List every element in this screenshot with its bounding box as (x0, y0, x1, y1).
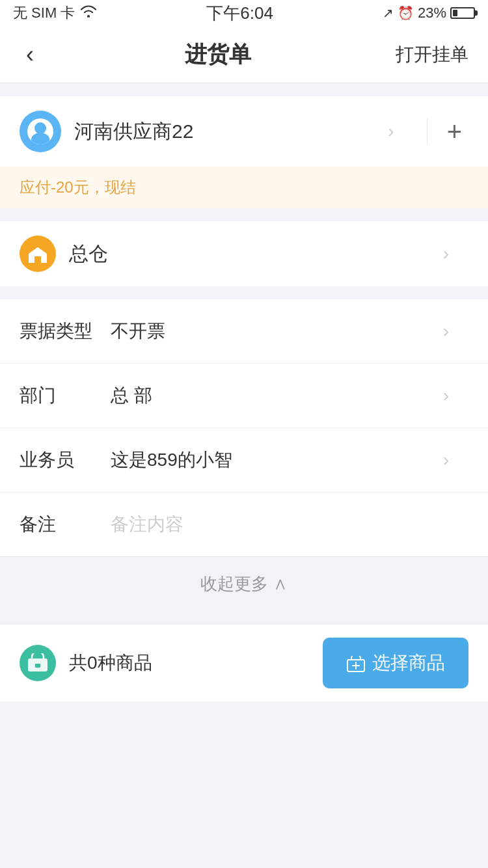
gap-4 (0, 611, 488, 624)
supplier-divider (427, 118, 427, 144)
invoice-type-value: 不开票 (111, 319, 443, 344)
location-icon: ↗ (383, 5, 394, 21)
svg-rect-1 (34, 256, 41, 263)
invoice-type-label: 票据类型 (20, 319, 111, 344)
invoice-type-chevron-icon: › (443, 321, 449, 342)
warehouse-name: 总仓 (69, 241, 443, 267)
cart-icon (346, 653, 366, 673)
warehouse-row[interactable]: 总仓 › (0, 221, 488, 286)
alarm-icon: ⏰ (398, 5, 414, 21)
nav-bar: ‹ 进货单 打开挂单 (0, 26, 488, 83)
select-product-button[interactable]: 选择商品 (323, 638, 468, 688)
warehouse-icon (20, 236, 56, 272)
status-right: ↗ ⏰ 23% (383, 5, 475, 21)
supplier-section: 河南供应商22 › + 应付-20元，现结 (0, 96, 488, 208)
remark-label: 备注 (20, 512, 111, 537)
supplier-avatar (20, 111, 61, 152)
department-value: 总 部 (111, 383, 443, 408)
select-product-label: 选择商品 (372, 651, 445, 675)
status-left: 无 SIM 卡 (13, 3, 97, 23)
wifi-icon (80, 5, 97, 21)
warehouse-section[interactable]: 总仓 › (0, 221, 488, 286)
supplier-chevron-icon: › (388, 121, 394, 142)
svg-rect-3 (35, 664, 40, 668)
collapse-row[interactable]: 收起更多 ∧ (0, 556, 488, 611)
form-section: 票据类型 不开票 › 部门 总 部 › 业务员 这是859的小智 › 备注 备注… (0, 299, 488, 556)
bottom-bar: 共0种商品 选择商品 (0, 624, 488, 701)
gap-2 (0, 208, 488, 221)
salesperson-label: 业务员 (20, 448, 111, 472)
add-supplier-button[interactable]: + (441, 117, 468, 146)
product-count: 共0种商品 (69, 651, 323, 675)
remark-row[interactable]: 备注 备注内容 (0, 493, 488, 556)
battery-icon (450, 7, 475, 19)
department-chevron-icon: › (443, 385, 449, 406)
open-pending-button[interactable]: 打开挂单 (396, 42, 468, 67)
background-filler (0, 701, 488, 868)
collapse-label[interactable]: 收起更多 ∧ (200, 573, 287, 595)
page-title: 进货单 (185, 40, 251, 70)
status-time: 下午6:04 (206, 2, 273, 25)
supplier-row[interactable]: 河南供应商22 › + (0, 96, 488, 167)
gap-3 (0, 286, 488, 299)
salesperson-row[interactable]: 业务员 这是859的小智 › (0, 428, 488, 493)
invoice-type-row[interactable]: 票据类型 不开票 › (0, 299, 488, 364)
status-bar: 无 SIM 卡 下午6:04 ↗ ⏰ 23% (0, 0, 488, 26)
notice-bar: 应付-20元，现结 (0, 167, 488, 208)
carrier-text: 无 SIM 卡 (13, 3, 75, 23)
salesperson-chevron-icon: › (443, 450, 449, 470)
warehouse-chevron-icon: › (443, 243, 449, 264)
remark-input[interactable]: 备注内容 (111, 512, 468, 537)
supplier-name: 河南供应商22 (74, 118, 388, 145)
gap-1 (0, 83, 488, 96)
department-row[interactable]: 部门 总 部 › (0, 364, 488, 428)
department-label: 部门 (20, 383, 111, 408)
salesperson-value: 这是859的小智 (111, 448, 443, 472)
notice-text: 应付-20元，现结 (20, 178, 136, 196)
back-button[interactable]: ‹ (20, 34, 40, 75)
battery-percent: 23% (418, 5, 446, 21)
product-icon (20, 645, 56, 681)
